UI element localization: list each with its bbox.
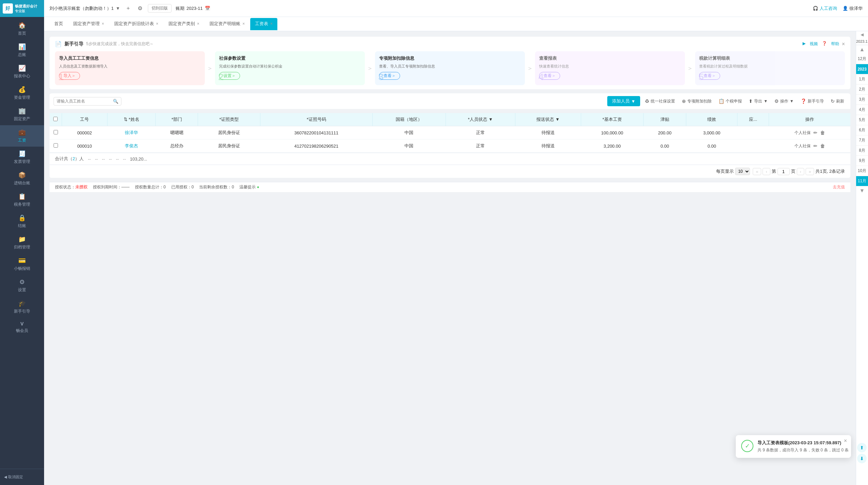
social-insurance-btn[interactable]: ♻ 统一社保设置 — [643, 97, 677, 106]
header-performance: 绩效 — [686, 113, 737, 126]
month-11-active[interactable]: 11月 — [856, 176, 868, 186]
next-page-btn[interactable]: › — [797, 168, 804, 175]
sidebar-item-ledger[interactable]: 📊 总账 — [0, 40, 44, 61]
sidebar-item-finance[interactable]: 💰 资金管理 — [0, 82, 44, 104]
month-6[interactable]: 6月 — [856, 125, 868, 135]
select-all-checkbox[interactable] — [53, 117, 58, 121]
tab-fixed-dep-close[interactable]: × — [156, 21, 158, 26]
row1-checkbox[interactable] — [54, 130, 58, 134]
tab-fixed-assets-close[interactable]: × — [102, 21, 104, 26]
tab-fixed-detail-close[interactable]: × — [242, 21, 245, 26]
tab-payroll-close[interactable]: × — [270, 21, 273, 26]
tab-fixed-cat[interactable]: 固定资产类别 × — [164, 18, 204, 30]
new-guide-btn[interactable]: ❓ 新手引导 — [798, 97, 826, 106]
search-icon[interactable]: 🔍 — [113, 99, 118, 104]
sidebar-item-payroll[interactable]: 💼 工资 — [0, 125, 44, 147]
deduction-btn[interactable]: ⊕ 专项附加扣除 — [680, 97, 714, 106]
sidebar-item-expense[interactable]: 💳 小畅报销 — [0, 254, 44, 275]
sidebar-item-guide[interactable]: 🎓 新手引导 — [0, 296, 44, 318]
sidebar-item-settings-label: 设置 — [18, 287, 26, 293]
closing-icon: 🔒 — [18, 214, 26, 222]
first-page-btn[interactable]: « — [753, 168, 761, 175]
customer-service[interactable]: 🎧 人工咨询 — [813, 5, 837, 12]
user-info[interactable]: 👤 徐泽华 — [843, 5, 863, 12]
refresh-btn[interactable]: ↻ 刷新 — [829, 97, 846, 106]
add-employee-label: 添加人员 — [612, 98, 630, 104]
add-account-btn[interactable]: ＋ — [124, 3, 132, 13]
row2-checkbox[interactable] — [54, 143, 58, 148]
row2-amount — [737, 139, 769, 153]
settings-btn[interactable]: ⚙ — [136, 4, 144, 13]
sidebar-item-member[interactable]: V 畅会员 — [0, 318, 44, 337]
tab-fixed-assets[interactable]: 固定资产管理 × — [68, 18, 109, 30]
per-page-select[interactable]: 10 20 50 — [735, 168, 750, 175]
page-input[interactable] — [777, 168, 790, 175]
add-dropdown-icon: ▼ — [631, 99, 635, 104]
panel-down-btn[interactable]: ▼ — [860, 188, 865, 194]
sidebar-item-archive[interactable]: 📁 归档管理 — [0, 232, 44, 254]
tab-payroll[interactable]: 工资表 × — [250, 18, 277, 30]
account-dropdown-icon[interactable]: ▼ — [116, 6, 120, 11]
month-9[interactable]: 9月 — [856, 156, 868, 166]
float-btn-2[interactable]: ⬇ — [857, 454, 867, 463]
sidebar-item-home[interactable]: 🏠 首页 — [0, 18, 44, 40]
search-input[interactable] — [57, 99, 112, 104]
sidebar-item-tax[interactable]: 📋 税务管理 — [0, 189, 44, 211]
month-4[interactable]: 4月 — [856, 105, 868, 115]
row1-edit-btn[interactable]: ✏ — [813, 130, 817, 135]
report-filter-icon[interactable]: ▼ — [555, 117, 560, 122]
month-2[interactable]: 2月 — [856, 85, 868, 95]
tax-report-btn[interactable]: 📋 个税申报 — [716, 97, 744, 106]
month-12[interactable]: 12月 — [856, 54, 868, 64]
export-btn[interactable]: ⬆ 导出 ▼ — [747, 97, 770, 106]
sort-icon[interactable]: ⇅ — [124, 117, 127, 122]
panel-collapse-btn[interactable]: ◀ — [856, 31, 868, 38]
add-employee-btn[interactable]: 添加人员 ▼ — [607, 96, 640, 106]
row1-name-link[interactable]: 徐泽华 — [125, 130, 138, 135]
sidebar-item-settings[interactable]: ⚙ 设置 — [0, 275, 44, 296]
export-icon: ⬆ — [749, 98, 753, 104]
table-row: 000010 李俊杰 总经办 居民身份证 412702198206290521 … — [50, 139, 850, 153]
go-auth-btn[interactable]: 去充值 — [833, 184, 845, 190]
row2-dept: 总经办 — [156, 139, 198, 153]
month-5[interactable]: 5月 — [856, 115, 868, 125]
month-3[interactable]: 3月 — [856, 95, 868, 105]
status-filter-icon[interactable]: ▼ — [489, 117, 493, 122]
row2-social-insurance-btn[interactable]: 个人社保 — [794, 143, 811, 149]
toast-close-btn[interactable]: × — [844, 438, 847, 444]
calendar-icon[interactable]: 📅 — [205, 6, 210, 11]
month-1[interactable]: 1月 — [856, 74, 868, 85]
header-id-num: *证照号码 — [260, 113, 372, 126]
sidebar-item-closing[interactable]: 🔒 结账 — [0, 211, 44, 232]
row2-id-num: 412702198206290521 — [260, 139, 372, 153]
sidebar-item-fixed-assets[interactable]: 🏢 固定资产 — [0, 104, 44, 125]
cancel-fix-btn[interactable]: ◀ 取消固定 — [1, 472, 43, 482]
prev-page-btn[interactable]: ‹ — [763, 168, 770, 175]
step-3-title: 专项附加扣除信息 — [379, 55, 521, 61]
row1-social-insurance-btn[interactable]: 个人社保 — [794, 130, 811, 136]
row2-name-link[interactable]: 李俊杰 — [125, 143, 138, 148]
guide-close-btn[interactable]: × — [842, 41, 845, 47]
month-7[interactable]: 7月 — [856, 135, 868, 146]
tab-home[interactable]: 首页 — [50, 18, 68, 30]
panel-up-btn[interactable]: ▲ — [860, 46, 865, 53]
row2-edit-btn[interactable]: ✏ — [813, 143, 817, 149]
row2-base-salary: 3,200.00 — [581, 139, 643, 153]
guide-video-link[interactable]: 视频 — [810, 41, 818, 47]
guide-help-link[interactable]: 帮助 — [831, 41, 839, 47]
float-btn-1[interactable]: ⬆ — [857, 443, 867, 452]
sidebar-item-reports[interactable]: 📈 报表中心 — [0, 61, 44, 82]
operations-btn[interactable]: ⚙ 操作 ▼ — [772, 97, 796, 106]
month-8[interactable]: 8月 — [856, 146, 868, 156]
sidebar-item-inventory[interactable]: 📦 进销台账 — [0, 168, 44, 189]
last-page-btn[interactable]: » — [806, 168, 814, 175]
tab-fixed-cat-close[interactable]: × — [197, 21, 199, 26]
row1-delete-btn[interactable]: 🗑 — [820, 130, 825, 135]
row2-delete-btn[interactable]: 🗑 — [820, 143, 825, 149]
tab-fixed-detail[interactable]: 固定资产明细账 × — [205, 18, 250, 30]
tab-fixed-dep[interactable]: 固定资产折旧统计表 × — [110, 18, 163, 30]
switch-version-btn[interactable]: 切到旧版 — [148, 4, 172, 13]
month-10[interactable]: 10月 — [856, 166, 868, 176]
toolbar: 🔍 添加人员 ▼ ♻ 统一社保设置 ⊕ 专项附加扣除 — [50, 93, 850, 109]
sidebar-item-invoices[interactable]: 🧾 发票管理 — [0, 147, 44, 168]
